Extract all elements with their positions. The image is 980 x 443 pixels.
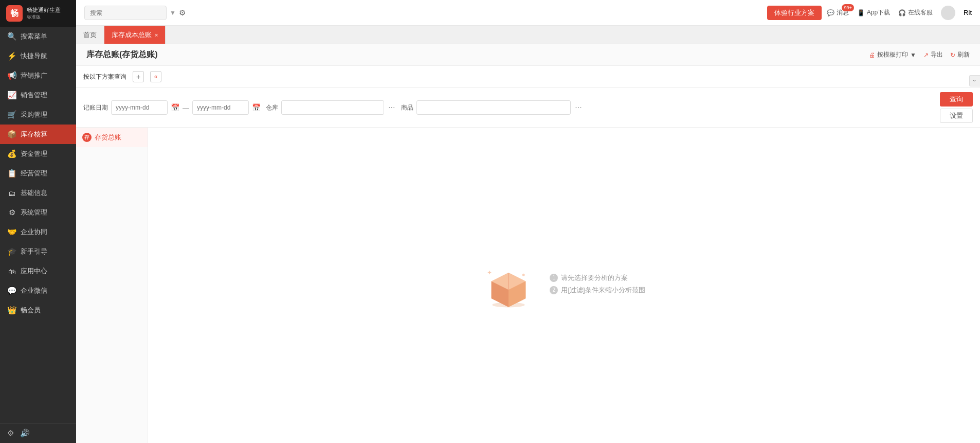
app-download-icon: 📱 [857,9,865,16]
sidebar-label-system: 系统管理 [21,208,69,217]
filter-collapse-btn[interactable]: « [150,71,161,82]
filter-settings-btn[interactable]: 设置 [940,109,973,123]
sidebar-label-marketing: 营销推广 [21,71,69,80]
tab-inventory-cost[interactable]: 库存成本总账 × [104,26,166,44]
scheme-item-inventory[interactable]: 存 存货总账 [76,128,148,147]
logo-badge: 标准版 [27,14,61,21]
warehouse-more-btn[interactable]: ··· [387,103,396,112]
sidebar-item-shortcut[interactable]: ⚡ 快捷导航 [0,46,76,66]
top-header: ▼ ⚙ 体验行业方案 💬 消息 99+ 📱 App下载 🎧 在线客服 Rit [76,0,980,26]
filter-bar: 按以下方案查询 + « [76,66,980,88]
sidebar-icon-sales: 📈 [7,91,16,100]
svg-text:✦: ✦ [487,269,493,276]
product-more-btn[interactable]: ··· [574,103,583,112]
message-item[interactable]: 💬 消息 99+ [827,8,849,17]
sidebar-icon-marketing: 📢 [7,71,16,80]
tab-inventory-cost-label: 库存成本总账 [112,30,152,40]
chevron-down-icon[interactable]: ▼ [170,9,176,16]
sidebar-item-appstore[interactable]: 🛍 应用中心 [0,261,76,281]
audio-icon[interactable]: 🔊 [20,429,30,438]
calendar-start-icon[interactable]: 📅 [171,103,179,112]
tab-home-label: 首页 [83,30,97,40]
sidebar-label-enterprise: 企业协同 [21,227,69,237]
product-input[interactable] [416,100,571,115]
industry-btn[interactable]: 体验行业方案 [767,6,822,20]
sidebar-icon-basic: 🗂 [7,189,16,198]
warehouse-input[interactable] [281,100,384,115]
printer-icon: 🖨 [869,51,875,59]
sidebar-icon-system: ⚙ [7,208,16,217]
query-btn[interactable]: 查询 [940,92,973,107]
scheme-item-label: 存货总账 [95,133,121,142]
sidebar-item-newbie[interactable]: 🎓 新手引导 [0,242,76,261]
sidebar-icon-newbie: 🎓 [7,247,16,256]
export-icon: ↗ [923,51,929,59]
calendar-end-icon[interactable]: 📅 [252,103,261,112]
sidebar-label-member: 畅会员 [21,306,69,315]
sidebar-item-marketing[interactable]: 📢 营销推广 [0,66,76,85]
sidebar-icon-operations: 📋 [7,169,16,178]
sidebar-label-inventory: 库存核算 [21,130,69,139]
sidebar-bottom: ⚙ 🔊 [0,423,76,443]
warehouse-filter-group: 仓库 ··· [266,100,396,115]
sidebar-item-enterprise[interactable]: 🤝 企业协同 [0,222,76,242]
tab-close-icon[interactable]: × [155,32,158,38]
user-avatar[interactable] [941,6,955,20]
tip1-text: 请先选择要分析的方案 [561,273,628,282]
sidebar-item-search[interactable]: 🔍 搜索菜单 [0,27,76,46]
sidebar-item-member[interactable]: 👑 畅会员 [0,300,76,320]
app-download-item[interactable]: 📱 App下载 [857,8,890,17]
sidebar-label-finance: 资金管理 [21,149,69,158]
page-actions: 🖨 按模板打印 ▼ ↗ 导出 ↻ 刷新 [869,50,970,59]
empty-tips: 1 请先选择要分析的方案 2 用[过滤]条件来缩小分析范围 [550,273,645,298]
sidebar-item-inventory[interactable]: 📦 库存核算 [0,125,76,144]
sidebar: 畅 畅捷通好生意 标准版 🔍 搜索菜单 ⚡ 快捷导航 📢 营销推广 📈 销售管理… [0,0,76,443]
date-separator: — [183,104,189,112]
print-template-label: 按模板打印 [877,50,908,59]
sidebar-label-newbie: 新手引导 [21,247,69,256]
product-label: 商品 [401,103,413,112]
empty-state-inner: ✦ 1 请先选择要分析的方案 2 用[过滤]条件来缩小分析范围 [483,260,645,311]
sidebar-item-system[interactable]: ⚙ 系统管理 [0,203,76,222]
sidebar-item-finance[interactable]: 💰 资金管理 [0,144,76,164]
sidebar-label-shortcut: 快捷导航 [21,51,69,61]
sidebar-item-purchase[interactable]: 🛒 采购管理 [0,105,76,125]
product-filter-group: 商品 ··· [401,100,583,115]
main-area: ▼ ⚙ 体验行业方案 💬 消息 99+ 📱 App下载 🎧 在线客服 Rit [76,0,980,443]
refresh-label: 刷新 [957,50,970,59]
sidebar-label-wechat: 企业微信 [21,286,69,295]
sidebar-item-wechat[interactable]: 💬 企业微信 [0,281,76,300]
right-panel-close-btn[interactable]: › [969,75,980,86]
tab-home[interactable]: 首页 [76,26,104,44]
sidebar-item-basic[interactable]: 🗂 基础信息 [0,183,76,203]
filter-add-btn[interactable]: + [133,71,144,82]
print-chevron-icon: ▼ [910,51,916,59]
date-end-input[interactable] [192,100,249,115]
filter-section-label: 按以下方案查询 [83,73,126,81]
header-right: 💬 消息 99+ 📱 App下载 🎧 在线客服 Rit [827,6,972,20]
tab-bar: 首页 库存成本总账 × [76,26,980,44]
user-name: Rit [964,9,972,16]
sidebar-label-purchase: 采购管理 [21,110,69,119]
sidebar-item-sales[interactable]: 📈 销售管理 [0,85,76,105]
settings-icon[interactable]: ⚙ [7,429,14,438]
sidebar-label-appstore: 应用中心 [21,267,69,276]
online-service-label: 在线客服 [908,8,933,17]
export-btn[interactable]: ↗ 导出 [923,50,943,59]
search-input[interactable] [84,6,167,20]
sidebar-item-operations[interactable]: 📋 经营管理 [0,164,76,183]
tip2-num: 2 [550,286,558,294]
refresh-icon: ↻ [950,51,955,59]
sidebar-icon-shortcut: ⚡ [7,51,16,61]
print-template-btn[interactable]: 🖨 按模板打印 ▼ [869,50,916,59]
settings-icon[interactable]: ⚙ [179,8,186,17]
sidebar-icon-finance: 💰 [7,149,16,158]
online-service-item[interactable]: 🎧 在线客服 [898,8,933,17]
sidebar-label-operations: 经营管理 [21,169,69,178]
sidebar-icon-member: 👑 [7,306,16,315]
app-download-label: App下载 [867,8,890,17]
scheme-panel: 存 存货总账 [76,128,148,443]
headset-icon: 🎧 [898,9,906,16]
date-start-input[interactable] [111,100,168,115]
refresh-btn[interactable]: ↻ 刷新 [950,50,970,59]
